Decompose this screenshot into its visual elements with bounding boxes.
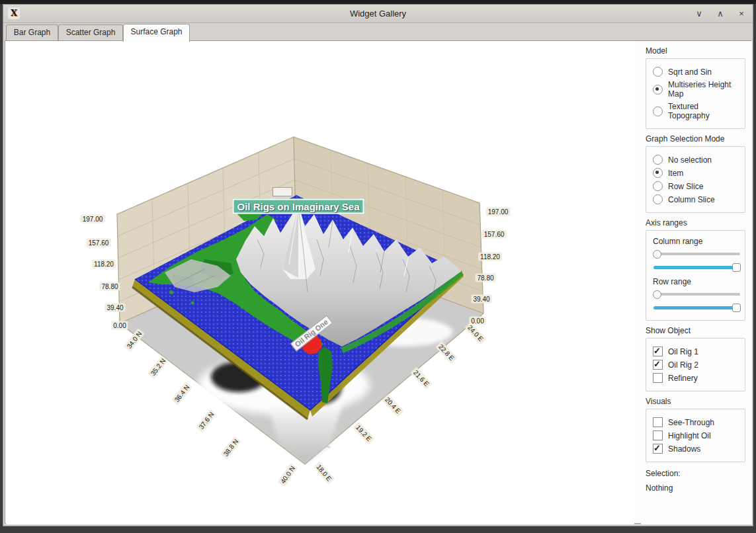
slider-track bbox=[653, 293, 740, 296]
model-groupbox: Sqrt and Sin Multiseries Height Map Text… bbox=[646, 58, 745, 129]
checkbox-icon bbox=[653, 430, 663, 440]
titlebar[interactable]: X Widget Gallery ∨ ∧ × bbox=[3, 5, 753, 23]
slider-handle[interactable] bbox=[732, 263, 741, 272]
selection-value: Nothing bbox=[646, 483, 752, 493]
checkbox-checked-icon bbox=[653, 347, 663, 356]
radio-icon bbox=[653, 181, 663, 191]
window-title: Widget Gallery bbox=[3, 5, 753, 22]
y-axis-tick: 78.80 bbox=[475, 274, 495, 282]
axis-ranges-section-label: Axis ranges bbox=[646, 218, 752, 227]
radio-label: Multiseries Height Map bbox=[668, 80, 732, 99]
radio-multiseries-height-map[interactable]: Multiseries Height Map bbox=[653, 80, 741, 99]
checkbox-checked-icon bbox=[653, 360, 663, 370]
y-axis-tick: 157.60 bbox=[482, 230, 507, 239]
minimize-icon[interactable]: ∨ bbox=[693, 8, 705, 20]
checkbox-label: Highlight Oil bbox=[668, 431, 711, 440]
checkbox-label: See-Through bbox=[668, 418, 714, 427]
radio-icon bbox=[653, 194, 663, 204]
radio-item[interactable]: Item bbox=[653, 168, 741, 178]
radio-no-selection[interactable]: No selection bbox=[653, 155, 741, 165]
row-range-label: Row range bbox=[653, 277, 741, 286]
app-window: X Widget Gallery ∨ ∧ × Bar Graph Scatter… bbox=[3, 4, 753, 526]
column-range-min-slider[interactable] bbox=[653, 249, 741, 260]
checkbox-label: Shadows bbox=[668, 444, 700, 454]
slider-track-filled bbox=[653, 266, 740, 269]
slider-handle[interactable] bbox=[653, 250, 661, 259]
radio-sqrt-and-sin[interactable]: Sqrt and Sin bbox=[653, 67, 741, 77]
checkbox-label: Oil Rig 2 bbox=[668, 360, 698, 370]
y-axis-tick: 197.00 bbox=[81, 215, 105, 224]
radio-label: No selection bbox=[668, 155, 712, 165]
control-panel: Model Sqrt and Sin Multiseries Height Ma… bbox=[641, 41, 752, 524]
model-section-label: Model bbox=[646, 46, 752, 56]
selection-mode-section-label: Graph Selection Mode bbox=[646, 134, 752, 144]
radio-label: Item bbox=[668, 169, 683, 178]
checkbox-checked-icon bbox=[653, 444, 663, 454]
y-axis-tick: 157.60 bbox=[87, 239, 111, 247]
show-object-groupbox: Oil Rig 1 Oil Rig 2 Refinery bbox=[646, 338, 745, 391]
checkbox-see-through[interactable]: See-Through bbox=[653, 417, 741, 427]
y-axis-tick: 118.20 bbox=[92, 260, 116, 268]
surface-plot-canvas[interactable]: 197.00 157.60 118.20 78.80 39.40 0.00 19… bbox=[6, 41, 634, 524]
slider-handle[interactable] bbox=[653, 290, 661, 299]
show-object-section-label: Show Object bbox=[646, 326, 752, 335]
radio-label: Column Slice bbox=[668, 195, 715, 204]
checkbox-icon bbox=[653, 373, 663, 383]
radio-label: Sqrt and Sin bbox=[668, 67, 712, 77]
checkbox-refinery[interactable]: Refinery bbox=[653, 373, 741, 383]
tab-bar: Bar Graph Scatter Graph Surface Graph bbox=[3, 23, 753, 41]
radio-icon bbox=[653, 67, 663, 77]
tab-content-panel: 197.00 157.60 118.20 78.80 39.40 0.00 19… bbox=[5, 40, 751, 524]
axis-ranges-groupbox: Column range Row range bbox=[646, 230, 745, 321]
tab-scatter-graph[interactable]: Scatter Graph bbox=[58, 24, 123, 40]
maximize-icon[interactable]: ∧ bbox=[714, 8, 726, 20]
column-range-max-slider[interactable] bbox=[653, 262, 741, 273]
radio-textured-topography[interactable]: Textured Topography bbox=[653, 102, 741, 120]
checkbox-highlight-oil[interactable]: Highlight Oil bbox=[653, 430, 741, 440]
checkbox-shadows[interactable]: Shadows bbox=[653, 444, 741, 454]
checkbox-label: Oil Rig 1 bbox=[668, 347, 698, 356]
y-axis-tick: 39.40 bbox=[471, 295, 491, 304]
y-axis-tick: 39.40 bbox=[105, 304, 125, 312]
checkbox-oil-rig-2[interactable]: Oil Rig 2 bbox=[653, 360, 741, 370]
radio-column-slice[interactable]: Column Slice bbox=[653, 194, 741, 204]
hidden-item-label bbox=[273, 187, 292, 196]
radio-row-slice[interactable]: Row Slice bbox=[653, 181, 741, 191]
row-range-min-slider[interactable] bbox=[653, 289, 741, 300]
checkbox-oil-rig-1[interactable]: Oil Rig 1 bbox=[653, 347, 741, 356]
y-axis-tick: 118.20 bbox=[478, 253, 502, 261]
radio-selected-icon bbox=[653, 85, 663, 95]
visuals-groupbox: See-Through Highlight Oil Shadows bbox=[646, 409, 745, 462]
tab-bar-graph[interactable]: Bar Graph bbox=[6, 24, 58, 40]
radio-icon bbox=[653, 155, 663, 165]
column-range-label: Column range bbox=[653, 237, 741, 246]
y-axis-tick: 0.00 bbox=[111, 321, 128, 330]
checkbox-label: Refinery bbox=[668, 374, 698, 383]
chart-title-label: Oil Rigs on Imaginary Sea bbox=[232, 199, 364, 214]
close-icon[interactable]: × bbox=[735, 8, 747, 20]
slider-handle[interactable] bbox=[732, 304, 741, 312]
row-range-max-slider[interactable] bbox=[653, 302, 741, 313]
visuals-section-label: Visuals bbox=[646, 397, 752, 406]
tab-surface-graph[interactable]: Surface Graph bbox=[123, 24, 190, 42]
selection-mode-groupbox: No selection Item Row Slice Column Slice bbox=[646, 146, 745, 213]
radio-label: Textured Topography bbox=[668, 102, 732, 120]
y-axis-tick: 197.00 bbox=[486, 208, 511, 216]
slider-track-filled bbox=[653, 306, 740, 309]
radio-icon bbox=[653, 106, 663, 116]
slider-track bbox=[653, 253, 740, 255]
radio-selected-icon bbox=[653, 168, 663, 178]
radio-label: Row Slice bbox=[668, 182, 703, 191]
y-axis-tick: 78.80 bbox=[99, 282, 120, 291]
checkbox-icon bbox=[653, 417, 663, 427]
selection-label: Selection: bbox=[646, 469, 752, 478]
